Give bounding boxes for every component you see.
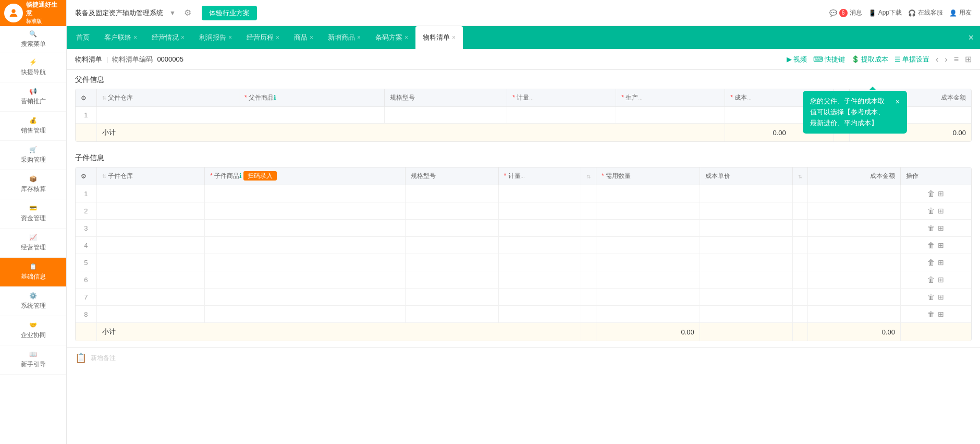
child-row-7-price[interactable] [700,289,792,306]
parent-row-1-produce[interactable] [616,107,725,124]
next-record-button[interactable]: › [945,55,947,64]
tab-goods-close[interactable]: × [310,34,313,41]
copy-row-3-button[interactable]: ⊞ [938,224,944,232]
child-col-qty[interactable]: * 需用数量 [596,167,700,185]
child-row-7-warehouse[interactable] [96,289,204,306]
sidebar-item-quicknav[interactable]: ⚡ 快捷导航 [0,53,66,82]
child-row-2-product[interactable] [204,202,406,220]
delete-row-6-button[interactable]: 🗑 [927,275,935,284]
message-button[interactable]: 💬 6 消息 [829,8,862,17]
tab-home[interactable]: 首页 [69,26,97,49]
child-row-3-qty[interactable] [596,220,700,237]
child-col-settings[interactable]: ⚙ [76,167,96,185]
tab-customer[interactable]: 客户联络 × [97,26,144,49]
trial-button[interactable]: 体验行业方案 [202,6,257,20]
tab-new-goods[interactable]: 新增商品 × [321,26,368,49]
parent-col-product[interactable]: * 父件商品ℹ [239,89,385,107]
settings-gear-icon[interactable]: ⚙ [184,8,191,18]
sidebar-item-system[interactable]: ⚙️ 系统管理 [0,287,66,316]
sidebar-item-basic[interactable]: 📋 基础信息 [0,258,66,287]
child-col-warehouse[interactable]: ⇅ 子件仓库 [96,167,204,185]
tab-history[interactable]: 经营历程 × [239,26,287,49]
sidebar-item-collab[interactable]: 🤝 企业协同 [0,316,66,345]
copy-row-7-button[interactable]: ⊞ [938,293,944,301]
child-row-6-qty[interactable] [596,271,700,289]
tab-barcode-close[interactable]: × [405,34,408,41]
child-row-4-price[interactable] [700,237,792,254]
user-button[interactable]: 👤 用友 [949,8,972,17]
child-row-7-unit[interactable] [498,289,581,306]
child-row-3-spec[interactable] [406,220,498,237]
child-row-8-product[interactable] [204,306,406,323]
parent-row-1-spec[interactable] [385,107,507,124]
child-row-3-product[interactable] [204,220,406,237]
child-row-1-price[interactable] [700,185,792,202]
parent-col-spec[interactable]: 规格型号 [385,89,507,107]
child-row-2-unit[interactable] [498,202,581,220]
delete-row-5-button[interactable]: 🗑 [927,258,935,267]
copy-row-6-button[interactable]: ⊞ [938,275,944,284]
sidebar-item-marketing[interactable]: 📢 营销推广 [0,82,66,112]
child-row-5-unit[interactable] [498,254,581,271]
child-col-spec[interactable]: 规格型号 [406,167,498,185]
child-row-5-price[interactable] [700,254,792,271]
child-row-5-qty[interactable] [596,254,700,271]
child-row-4-spec[interactable] [406,237,498,254]
child-row-5-product[interactable] [204,254,406,271]
tab-customer-close[interactable]: × [133,34,137,41]
tab-operation-close[interactable]: × [181,34,185,41]
tooltip-close-button[interactable]: × [896,96,900,107]
delete-row-4-button[interactable]: 🗑 [927,241,935,249]
child-row-8-unit[interactable] [498,306,581,323]
copy-row-8-button[interactable]: ⊞ [938,310,944,318]
shortcut-button[interactable]: ⌨ 快捷键 [813,55,845,64]
child-row-1-spec[interactable] [406,185,498,202]
parent-row-1-unit[interactable] [507,107,616,124]
sidebar-item-purchase[interactable]: 🛒 采购管理 [0,141,66,170]
delete-row-2-button[interactable]: 🗑 [927,207,935,215]
copy-row-5-button[interactable]: ⊞ [938,258,944,267]
parent-col-warehouse[interactable]: ⇅ 父件仓库 [96,89,239,107]
child-row-4-qty[interactable] [596,237,700,254]
parent-col-settings[interactable]: ⚙ [76,89,96,107]
child-row-2-qty[interactable] [596,202,700,220]
sidebar-item-search[interactable]: 🔍 搜索菜单 [0,26,66,53]
parent-col-unit[interactable]: * 计量... [507,89,616,107]
parent-col-produce[interactable]: * 生产... [616,89,725,107]
child-row-5-spec[interactable] [406,254,498,271]
child-row-6-warehouse[interactable] [96,271,204,289]
copy-row-2-button[interactable]: ⊞ [938,207,944,215]
child-row-6-product[interactable] [204,271,406,289]
tab-profit[interactable]: 利润报告 × [192,26,239,49]
expand-button[interactable]: ⊞ [965,54,972,64]
child-row-8-spec[interactable] [406,306,498,323]
child-row-1-qty[interactable] [596,185,700,202]
sidebar-item-guide[interactable]: 📖 新手引导 [0,345,66,375]
child-row-6-price[interactable] [700,271,792,289]
child-row-2-warehouse[interactable] [96,202,204,220]
child-row-7-spec[interactable] [406,289,498,306]
tab-goods[interactable]: 商品 × [287,26,321,49]
online-service-button[interactable]: 🎧 在线客服 [908,8,943,17]
delete-row-3-button[interactable]: 🗑 [927,224,935,232]
sidebar-item-management[interactable]: 📈 经营管理 [0,229,66,258]
tab-profit-close[interactable]: × [228,34,232,41]
delete-row-8-button[interactable]: 🗑 [927,310,935,318]
child-col-unit-price[interactable]: 成本单价 [700,167,792,185]
parent-row-1-product[interactable] [239,107,385,124]
app-download-button[interactable]: 📱 App下载 [868,8,902,17]
child-row-4-warehouse[interactable] [96,237,204,254]
prev-record-button[interactable]: ‹ [936,55,938,64]
delete-row-7-button[interactable]: 🗑 [927,293,935,301]
tab-new-goods-close[interactable]: × [357,34,361,41]
child-row-8-price[interactable] [700,306,792,323]
child-row-4-unit[interactable] [498,237,581,254]
parent-row-1-warehouse[interactable] [96,107,239,124]
cost-button[interactable]: 💲 提取成本 [851,55,888,64]
child-col-product[interactable]: * 子件商品ℹ 扫码录入 [204,167,406,185]
scan-input-button[interactable]: 扫码录入 [243,171,277,181]
child-row-6-unit[interactable] [498,271,581,289]
tab-barcode[interactable]: 条码方案 × [368,26,415,49]
delete-row-1-button[interactable]: 🗑 [927,189,935,198]
dropdown-arrow-icon[interactable]: ▼ [169,9,176,17]
